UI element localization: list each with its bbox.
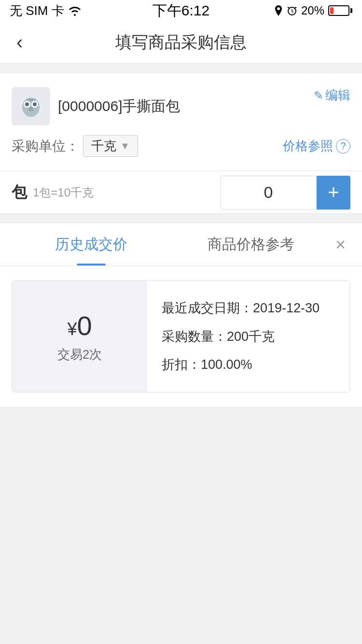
quantity-input-group: + [220, 176, 350, 210]
unit-label: 采购单位： 千克 ▼ [12, 135, 138, 157]
svg-point-4 [25, 102, 29, 106]
back-button[interactable]: ‹ [12, 27, 28, 58]
quantity-section: 包 1包=10千克 + [0, 171, 362, 214]
transaction-price: ¥0 [67, 310, 92, 341]
discount-label: 折扣： [162, 357, 201, 372]
nav-bar: ‹ 填写商品采购信息 [0, 21, 362, 64]
quantity-input[interactable] [220, 176, 317, 210]
purchase-quantity-row: 采购数量：200千克 [162, 327, 335, 347]
status-bar: 无 SIM 卡 下午6:12 20% [0, 0, 362, 21]
battery-indicator [328, 5, 352, 16]
product-left: [0000006]手撕面包 [12, 87, 180, 126]
purchase-quantity-label: 采购数量： [162, 329, 227, 344]
product-image [12, 87, 50, 126]
price-currency-symbol: ¥ [67, 319, 77, 339]
svg-point-6 [28, 107, 33, 111]
price-ref-button[interactable]: 价格参照 ? [283, 138, 350, 154]
transaction-card: ¥0 交易2次 最近成交日期：2019-12-30 采购数量：200千克 折扣：… [12, 280, 350, 392]
tab-price-ref-label: 商品价格参考 [208, 235, 294, 254]
purchase-quantity-value: 200千克 [227, 329, 275, 344]
help-symbol: ? [340, 140, 346, 152]
transaction-price-panel: ¥0 交易2次 [12, 281, 147, 392]
product-card: [0000006]手撕面包 ✎ 编辑 采购单位： 千克 ▼ 价格参照 ? [0, 73, 362, 170]
carrier-text: 无 SIM 卡 [10, 2, 64, 19]
battery-percent: 20% [301, 4, 324, 17]
quantity-label: 包 1包=10千克 [12, 182, 94, 203]
bottom-space [0, 407, 362, 644]
transaction-count: 交易2次 [57, 346, 102, 363]
tab-history-price-label: 历史成交价 [55, 235, 127, 254]
page-title: 填写商品采购信息 [115, 31, 247, 54]
tab-content: ¥0 交易2次 最近成交日期：2019-12-30 采购数量：200千克 折扣：… [0, 266, 362, 407]
edit-button[interactable]: ✎ 编辑 [314, 87, 350, 104]
product-unit-row: 采购单位： 千克 ▼ 价格参照 ? [12, 135, 350, 157]
svg-point-5 [33, 102, 37, 106]
price-amount: 0 [77, 310, 92, 341]
tab-price-ref[interactable]: 商品价格参考 [171, 224, 330, 266]
discount-value: 100.00% [201, 357, 252, 372]
transaction-details: 最近成交日期：2019-12-30 采购数量：200千克 折扣：100.00% [147, 281, 350, 392]
quantity-plus-button[interactable]: + [317, 176, 350, 210]
unit-dropdown-arrow: ▼ [120, 140, 130, 152]
edit-icon: ✎ [314, 89, 323, 102]
tab-close-button[interactable]: × [331, 230, 350, 260]
help-circle-icon: ? [336, 139, 350, 154]
recent-date-label: 最近成交日期： [162, 301, 253, 315]
quantity-unit: 包 [12, 182, 27, 203]
price-ref-label: 价格参照 [283, 138, 333, 154]
product-name: [0000006]手撕面包 [58, 97, 180, 116]
edit-label: 编辑 [325, 87, 350, 104]
quantity-conversion: 1包=10千克 [33, 185, 94, 200]
unit-selector[interactable]: 千克 ▼ [83, 135, 138, 157]
recent-date-value: 2019-12-30 [253, 301, 320, 315]
discount-row: 折扣：100.00% [162, 355, 335, 375]
location-icon [274, 5, 283, 16]
unit-label-text: 采购单位： [12, 137, 79, 155]
tab-panel: 历史成交价 商品价格参考 × ¥0 交易2次 最近成交日期：2019-12-30… [0, 224, 362, 407]
status-left: 无 SIM 卡 [10, 2, 82, 19]
alarm-icon [287, 5, 297, 16]
product-header: [0000006]手撕面包 ✎ 编辑 [12, 87, 350, 126]
wifi-icon [68, 5, 82, 16]
unit-value: 千克 [91, 138, 116, 154]
tab-history-price[interactable]: 历史成交价 [12, 224, 171, 266]
status-right: 20% [274, 4, 352, 17]
recent-date-row: 最近成交日期：2019-12-30 [162, 298, 335, 318]
status-time: 下午6:12 [153, 1, 209, 21]
tab-header: 历史成交价 商品价格参考 × [0, 224, 362, 266]
